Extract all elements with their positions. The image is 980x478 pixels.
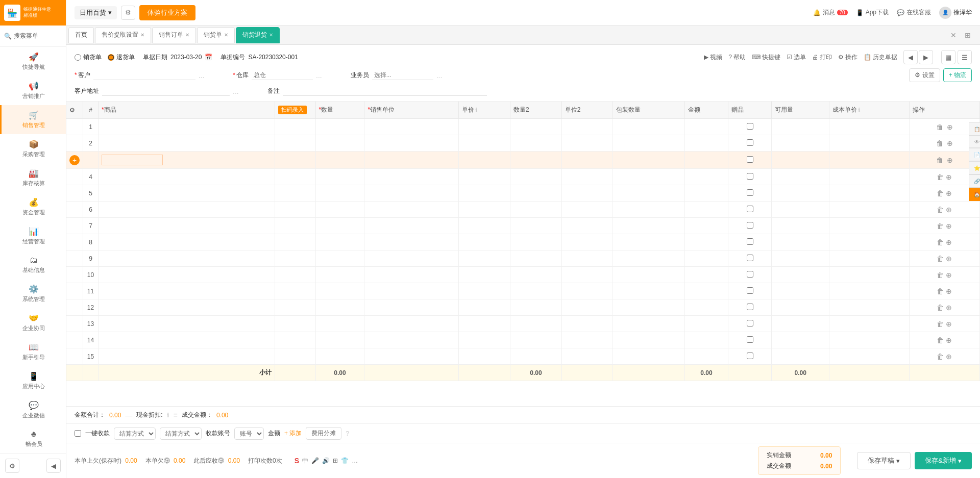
- shortcut-btn[interactable]: ⌨ 快捷键: [752, 53, 780, 62]
- copy-9[interactable]: ⊕: [946, 255, 952, 263]
- tab-price-setting[interactable]: 售价提取设置 ✕: [95, 27, 151, 43]
- history-btn[interactable]: 📋 历史单据: [864, 53, 897, 62]
- gift-check-6[interactable]: [747, 206, 753, 212]
- save-new-button[interactable]: 保存&新增 ▾: [915, 452, 972, 469]
- delete-11[interactable]: 🗑: [937, 287, 944, 295]
- sidebar-item-sales[interactable]: 🛒 销售管理: [0, 105, 66, 134]
- add-logistics-button[interactable]: + 物流: [943, 68, 972, 82]
- cash-discount-info[interactable]: ℹ: [167, 412, 169, 419]
- add-row-button[interactable]: +: [69, 155, 80, 165]
- copy-6[interactable]: ⊕: [946, 206, 952, 214]
- gift-check-13[interactable]: [747, 320, 753, 326]
- float-link-btn[interactable]: 🔗: [969, 174, 980, 188]
- gift-check-12[interactable]: [747, 304, 753, 310]
- copy-row-3-button[interactable]: ⊕: [947, 156, 953, 164]
- delete-12[interactable]: 🗑: [937, 304, 944, 312]
- gift-check-14[interactable]: [747, 336, 753, 343]
- sidebar-item-shortcut[interactable]: 🚀 快捷导航: [0, 47, 66, 76]
- gift-check-1[interactable]: [747, 123, 753, 130]
- sidebar-item-operation[interactable]: 📊 经营管理: [0, 221, 66, 250]
- sidebar-item-inventory[interactable]: 🏭 库存核算: [0, 163, 66, 192]
- delete-4[interactable]: 🗑: [937, 173, 944, 181]
- salesman-select-btn[interactable]: ...: [436, 71, 443, 80]
- customer-input[interactable]: [93, 70, 195, 80]
- help-btn[interactable]: ? 帮助: [728, 53, 746, 62]
- gift-check-7[interactable]: [747, 222, 753, 229]
- delete-row-3-button[interactable]: 🗑: [936, 156, 943, 164]
- gift-check-15[interactable]: [747, 353, 753, 359]
- notification-button[interactable]: 🔔 消息 70: [813, 8, 848, 17]
- save-draft-button[interactable]: 保存草稿 ▾: [857, 452, 911, 469]
- gift-check-3[interactable]: [747, 156, 753, 163]
- tab-sales-return[interactable]: 销货退货 ✕: [236, 27, 280, 43]
- select-btn[interactable]: ☑ 选单: [787, 53, 806, 62]
- gift-check-4[interactable]: [747, 173, 753, 180]
- search-menu-button[interactable]: 🔍 搜索菜单: [4, 30, 62, 42]
- cost-unit-info-icon[interactable]: ℹ: [858, 107, 861, 114]
- user-info[interactable]: 👤 徐泽华: [939, 7, 972, 19]
- online-service-button[interactable]: 💬 在线客服: [897, 8, 931, 17]
- float-clipboard-btn[interactable]: 📋: [969, 122, 980, 136]
- delete-row-1-button[interactable]: 🗑: [936, 123, 943, 131]
- col-scan[interactable]: 扫码录入: [275, 102, 315, 119]
- sidebar-settings-button[interactable]: ⚙: [5, 459, 19, 473]
- address-select-btn[interactable]: ...: [233, 87, 239, 95]
- warehouse-select-btn[interactable]: ...: [316, 71, 322, 80]
- delete-7[interactable]: 🗑: [937, 222, 944, 230]
- expense-split-button[interactable]: 费用分摊: [306, 427, 341, 440]
- float-doc-btn[interactable]: 📄: [969, 148, 980, 161]
- copy-7[interactable]: ⊕: [946, 222, 952, 230]
- copy-row-1-button[interactable]: ⊕: [947, 123, 953, 131]
- sidebar-item-purchase[interactable]: 📦 采购管理: [0, 134, 66, 163]
- float-home-btn[interactable]: 🏠: [969, 188, 980, 201]
- sidebar-item-collab[interactable]: 🤝 企业协同: [0, 308, 66, 337]
- grid-view-button[interactable]: ▦: [941, 50, 955, 64]
- scan-input-button[interactable]: 扫码录入: [278, 106, 307, 114]
- sidebar-item-finance[interactable]: 💰 资金管理: [0, 192, 66, 221]
- copy-5[interactable]: ⊕: [946, 189, 952, 197]
- delete-row-2-button[interactable]: 🗑: [936, 139, 943, 147]
- tab-close-price[interactable]: ✕: [140, 32, 144, 38]
- copy-11[interactable]: ⊕: [946, 287, 952, 295]
- print-btn[interactable]: 🖨 打印: [812, 53, 832, 62]
- experience-plan-button[interactable]: 体验行业方案: [139, 5, 195, 20]
- delete-5[interactable]: 🗑: [937, 189, 944, 197]
- delete-15[interactable]: 🗑: [937, 353, 944, 361]
- payment-method-select[interactable]: 结算方式: [114, 427, 156, 440]
- address-input[interactable]: [102, 86, 230, 96]
- sidebar-item-wechat[interactable]: 💬 企业微信: [0, 395, 66, 424]
- copy-row-2-button[interactable]: ⊕: [947, 139, 953, 147]
- calc-method-select[interactable]: 结算方式: [160, 427, 202, 440]
- account-select[interactable]: 账号: [234, 427, 264, 440]
- gift-check-11[interactable]: [747, 287, 753, 294]
- salesman-input[interactable]: [372, 70, 433, 80]
- unit-price-info-icon[interactable]: ℹ: [475, 107, 478, 114]
- delete-6[interactable]: 🗑: [937, 206, 944, 214]
- video-btn[interactable]: ▶ 视频: [704, 53, 722, 62]
- copy-15[interactable]: ⊕: [946, 353, 952, 361]
- sidebar-item-system[interactable]: ⚙️ 系统管理: [0, 279, 66, 308]
- sidebar-item-guide[interactable]: 📖 新手引导: [0, 337, 66, 366]
- copy-10[interactable]: ⊕: [946, 271, 952, 279]
- customer-select-btn[interactable]: ...: [199, 71, 205, 80]
- next-record-button[interactable]: ▶: [919, 50, 933, 64]
- gift-check-10[interactable]: [747, 271, 753, 278]
- tab-home[interactable]: 首页: [68, 27, 94, 43]
- sidebar-item-appstore[interactable]: 📱 应用中心: [0, 366, 66, 395]
- copy-8[interactable]: ⊕: [946, 238, 952, 246]
- radio-return[interactable]: 退货单: [108, 53, 135, 62]
- tab-close-return[interactable]: ✕: [269, 32, 273, 38]
- payment-help-icon[interactable]: ?: [346, 430, 349, 437]
- remark-input[interactable]: [283, 86, 487, 96]
- header-settings-button[interactable]: ⚙: [121, 6, 135, 20]
- copy-4[interactable]: ⊕: [946, 173, 952, 181]
- tab-sales-invoice[interactable]: 销货单 ✕: [197, 27, 235, 43]
- delete-9[interactable]: 🗑: [937, 255, 944, 263]
- sidebar-item-member[interactable]: ♣ 畅会员: [0, 424, 66, 453]
- tab-close-sales-order[interactable]: ✕: [185, 32, 189, 38]
- delete-8[interactable]: 🗑: [937, 238, 944, 246]
- setup-button[interactable]: ⚙ 设置: [909, 68, 940, 82]
- product-input-3[interactable]: [102, 155, 163, 165]
- add-expense-button[interactable]: + 添加: [284, 429, 302, 438]
- gift-check-9[interactable]: [747, 255, 753, 261]
